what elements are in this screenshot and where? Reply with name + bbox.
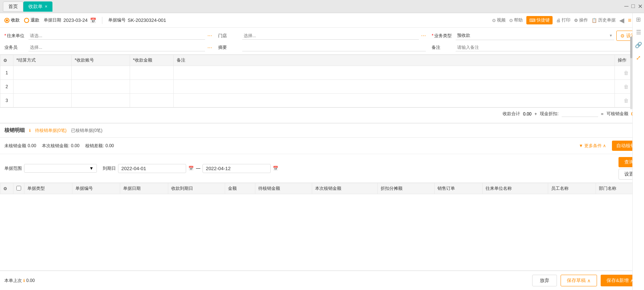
abandon-btn[interactable]: 放弃 [532, 275, 557, 286]
wt-col-discount: 折扣分摊额 [377, 183, 434, 194]
radio-receipt[interactable]: 收款 [4, 17, 20, 23]
writeoff-stats: 未核销金额 0.00 本次核销金额: 0.00 核销差额: 0.00 ▼ 更多条… [0, 138, 644, 154]
row2-method[interactable] [13, 80, 72, 94]
counterpart-more-icon[interactable]: ··· [207, 32, 212, 39]
row-num-1: 1 [0, 66, 13, 80]
doc-num-value[interactable]: SK-20230324-001 [128, 17, 166, 23]
print-btn[interactable]: 🖨打印 [556, 17, 570, 23]
sidebar-expand-icon[interactable]: ⤢ [636, 54, 641, 61]
sidebar-attach-icon[interactable]: 🔗 [635, 42, 642, 48]
summary-input[interactable] [242, 44, 426, 51]
help-btn[interactable]: ⊙帮助 [509, 17, 523, 23]
row3-delete-icon[interactable]: 🗑 [624, 98, 629, 103]
wt-col-employee: 员工名称 [548, 183, 596, 194]
table-header-row: ⚙ *结算方式 *收款账号 *收款金额 备注 操作 [0, 55, 644, 66]
row3-method[interactable] [13, 94, 72, 107]
row-num-3: 3 [0, 94, 13, 107]
footer-info: 本单上次 ℹ 0.00 [4, 278, 35, 284]
wt-col-docnum: 单据编号 [72, 183, 120, 194]
scroll-thumb[interactable] [630, 36, 632, 58]
row3-remark[interactable] [174, 94, 615, 107]
row2-delete-icon[interactable]: 🗑 [624, 84, 629, 90]
calendar-icon[interactable]: 📅 [90, 17, 96, 23]
store-label: 门店 [218, 33, 240, 39]
col-remark-header: 备注 [174, 55, 615, 66]
row-num-2: 2 [0, 80, 13, 94]
range-select[interactable]: ▼ [24, 164, 97, 173]
radio-dot-receipt [4, 18, 9, 23]
wt-col-counterpart: 往来单位名称 [482, 183, 548, 194]
salesperson-input[interactable] [28, 44, 205, 51]
form-row-2: 业务员 ··· 摘要 备注 [4, 44, 640, 51]
counterpart-input[interactable] [28, 32, 205, 40]
tab-done[interactable]: 已核销单据(0笔) [71, 128, 103, 134]
row1-method[interactable] [13, 66, 72, 80]
more-conditions-btn[interactable]: ▼ 更多条件 ∧ [579, 143, 606, 149]
row1-remark[interactable] [174, 66, 615, 80]
row2-remark[interactable] [174, 80, 615, 94]
row2-amount[interactable] [130, 80, 174, 94]
tab-home[interactable]: 首页 [3, 1, 23, 12]
date-field: 单据日期 2023-03-24 📅 [44, 17, 96, 23]
toolbar-right: ⊙视频 ⊙帮助 ⌨快捷键 🖨打印 ⚙操作 📋历史单据 ◀ ≡ ⊞ [492, 16, 640, 24]
close-btn[interactable]: ✕ [638, 3, 643, 10]
tab-bar: 首页 收款单 × ─ □ ✕ [0, 0, 644, 13]
check-all[interactable] [16, 186, 21, 191]
scroll-track[interactable] [630, 36, 632, 109]
radio-dot-refund [24, 18, 29, 23]
footer-info-icon[interactable]: ℹ [23, 278, 25, 283]
form-fields: 往来单位 ··· 门店 ··· 业务类型 预收款 ▼ ⚙设置 [0, 28, 644, 55]
prev-icon[interactable]: ◀ [619, 16, 624, 24]
video-btn[interactable]: ⊙视频 [492, 17, 506, 23]
store-input[interactable] [242, 32, 419, 40]
table-section: ⚙ *结算方式 *收款账号 *收款金额 备注 操作 [0, 55, 644, 107]
row2-account[interactable] [72, 80, 130, 94]
row1-amount[interactable] [130, 66, 174, 80]
total-value: 0.00 [523, 111, 531, 117]
date-value[interactable]: 2023-03-24 [63, 17, 88, 23]
save-draft-btn[interactable]: 保存草稿 ∧ [561, 275, 597, 286]
row3-amount[interactable] [130, 94, 174, 107]
date-to-input[interactable] [203, 164, 271, 173]
calendar-from-icon[interactable]: 📅 [188, 166, 194, 171]
row1-delete-icon[interactable]: 🗑 [624, 70, 629, 76]
wt-col-check[interactable] [13, 183, 24, 194]
writeoff-info-icon[interactable]: ℹ [29, 128, 31, 133]
col-settings-header[interactable]: ⚙ [0, 55, 13, 66]
tab-receipt[interactable]: 收款单 × [23, 1, 52, 12]
tab-close-receipt[interactable]: × [45, 4, 47, 9]
maximize-btn[interactable]: □ [631, 3, 635, 10]
layout-icon[interactable]: ≡ [628, 17, 631, 24]
note-field: 备注 [432, 44, 640, 51]
wt-col-duedate: 收款到期日 [168, 183, 225, 194]
wt-col-settings[interactable]: ⚙ [0, 183, 13, 194]
shortcut-btn[interactable]: ⌨快捷键 [526, 16, 553, 24]
col-amount-header: *收款金额 [130, 55, 174, 66]
salesperson-more-icon[interactable]: ··· [207, 44, 212, 51]
date-from-input[interactable] [118, 164, 186, 173]
salesperson-label: 业务员 [4, 44, 26, 51]
table-row: 1 🗑 ⊞ [0, 66, 644, 80]
store-more-icon[interactable]: ··· [421, 32, 426, 39]
operations-btn[interactable]: ⚙操作 [574, 17, 588, 23]
sidebar-grid-icon[interactable]: ⊞ [636, 16, 641, 23]
table-row: 2 🗑 ⊞ [0, 80, 644, 94]
wt-col-doctype: 单据类型 [24, 183, 72, 194]
row3-account[interactable] [72, 94, 130, 107]
row1-account[interactable] [72, 66, 130, 80]
discount-input[interactable] [562, 111, 598, 117]
sidebar-list-icon[interactable]: ☰ [636, 29, 641, 36]
range-filter: 单据范围 ▼ [4, 164, 97, 173]
equals-sign: = [601, 111, 604, 117]
form-row-1: 往来单位 ··· 门店 ··· 业务类型 预收款 ▼ ⚙设置 [4, 31, 640, 41]
minimize-btn[interactable]: ─ [624, 3, 628, 10]
footer-value: 0.00 [26, 278, 35, 283]
note-input[interactable] [456, 44, 640, 51]
calendar-to-icon[interactable]: 📅 [273, 166, 278, 171]
business-type-select[interactable]: 预收款 ▼ [456, 31, 614, 40]
history-btn[interactable]: 📋历史单据 [592, 17, 616, 23]
radio-refund[interactable]: 退款 [24, 17, 39, 23]
store-field: 门店 ··· [218, 32, 426, 40]
writeoff-title: 核销明细 [4, 127, 25, 134]
tab-pending[interactable]: 待核销单据(0笔) [35, 128, 67, 134]
